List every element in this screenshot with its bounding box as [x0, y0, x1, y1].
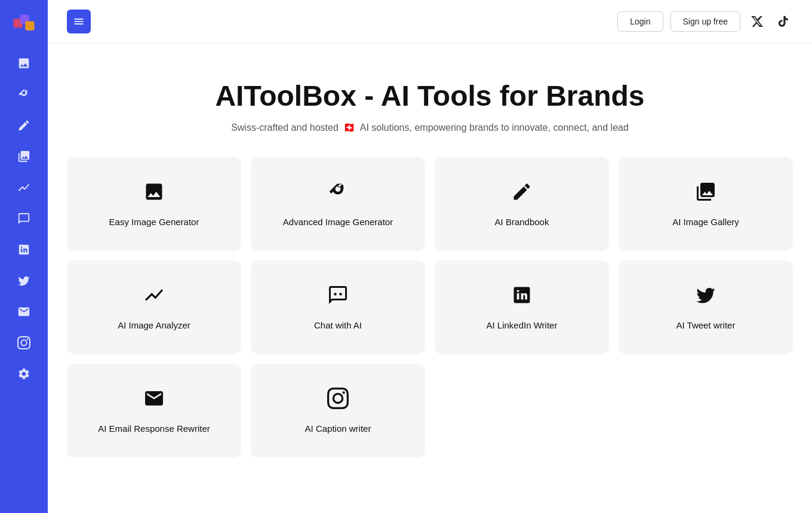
ai-email-response-label: AI Email Response Rewriter	[98, 423, 210, 434]
ai-image-analyzer-label: AI Image Analyzer	[118, 320, 190, 330]
ai-brandbook-card[interactable]: AI Brandbook	[435, 157, 609, 251]
logo-icon[interactable]	[10, 10, 38, 38]
twitter-tool-icon	[695, 284, 716, 311]
linkedin-sidebar-icon[interactable]	[11, 236, 37, 263]
twitter-sidebar-icon[interactable]	[11, 268, 37, 294]
header-left	[67, 10, 91, 33]
ai-caption-writer-label: AI Caption writer	[305, 423, 371, 434]
sidebar	[0, 0, 48, 513]
chat-sidebar-icon[interactable]	[11, 205, 37, 232]
chart-tool-icon	[143, 284, 165, 311]
hero-subtitle: Swiss-crafted and hosted 🇨🇭 AI solutions…	[67, 122, 793, 133]
advanced-image-gen-label: Advanced Image Generator	[283, 217, 393, 227]
tools-grid: Easy Image Generator Advanced Image Gene…	[48, 157, 812, 481]
ai-linkedin-writer-label: AI LinkedIn Writer	[487, 320, 558, 330]
x-twitter-link[interactable]	[748, 12, 767, 31]
linkedin-tool-icon	[511, 284, 533, 311]
menu-button[interactable]	[67, 10, 91, 33]
chart-sidebar-icon[interactable]	[11, 174, 37, 201]
ai-caption-writer-card[interactable]: AI Caption writer	[251, 364, 425, 457]
hero-section: AIToolBox - AI Tools for Brands Swiss-cr…	[48, 44, 812, 157]
main-content: Login Sign up free AIToolBox - AI Tools …	[48, 0, 812, 513]
header-right: Login Sign up free	[617, 11, 793, 32]
ai-brandbook-label: AI Brandbook	[495, 217, 549, 227]
wrench-tool-icon	[327, 181, 349, 207]
hero-title: AIToolBox - AI Tools for Brands	[67, 79, 793, 112]
chat-with-ai-label: Chat with AI	[314, 320, 362, 330]
tiktok-link[interactable]	[774, 12, 793, 31]
email-tool-icon	[143, 388, 165, 414]
image-tool-icon	[143, 181, 165, 207]
ai-linkedin-writer-card[interactable]: AI LinkedIn Writer	[435, 260, 609, 354]
gallery-sidebar-icon[interactable]	[11, 143, 37, 170]
ai-image-gallery-label: AI Image Gallery	[672, 217, 739, 227]
settings-sidebar-icon[interactable]	[11, 361, 37, 387]
easy-image-gen-card[interactable]: Easy Image Generator	[67, 157, 241, 251]
ai-tweet-writer-card[interactable]: AI Tweet writer	[619, 260, 793, 354]
wrench-sidebar-icon[interactable]	[11, 81, 37, 107]
instagram-sidebar-icon[interactable]	[11, 330, 37, 356]
ai-image-analyzer-card[interactable]: AI Image Analyzer	[67, 260, 241, 354]
easy-image-gen-label: Easy Image Generator	[109, 217, 199, 227]
edit-sidebar-icon[interactable]	[11, 112, 37, 139]
login-button[interactable]: Login	[617, 11, 663, 32]
image-sidebar-icon[interactable]	[11, 50, 37, 76]
edit-tool-icon	[511, 181, 533, 207]
chat-with-ai-card[interactable]: Chat with AI	[251, 260, 425, 354]
chat-tool-icon	[327, 284, 349, 311]
ai-tweet-writer-label: AI Tweet writer	[676, 320, 736, 330]
email-sidebar-icon[interactable]	[11, 299, 37, 325]
signup-button[interactable]: Sign up free	[670, 11, 741, 32]
ai-image-gallery-card[interactable]: AI Image Gallery	[619, 157, 793, 251]
ai-email-response-card[interactable]: AI Email Response Rewriter	[67, 364, 241, 457]
svg-point-3	[334, 293, 337, 296]
gallery-tool-icon	[695, 181, 716, 207]
header: Login Sign up free	[48, 0, 812, 44]
svg-point-4	[339, 293, 342, 296]
instagram-tool-icon	[327, 388, 349, 414]
advanced-image-gen-card[interactable]: Advanced Image Generator	[251, 157, 425, 251]
svg-rect-2	[25, 21, 34, 30]
